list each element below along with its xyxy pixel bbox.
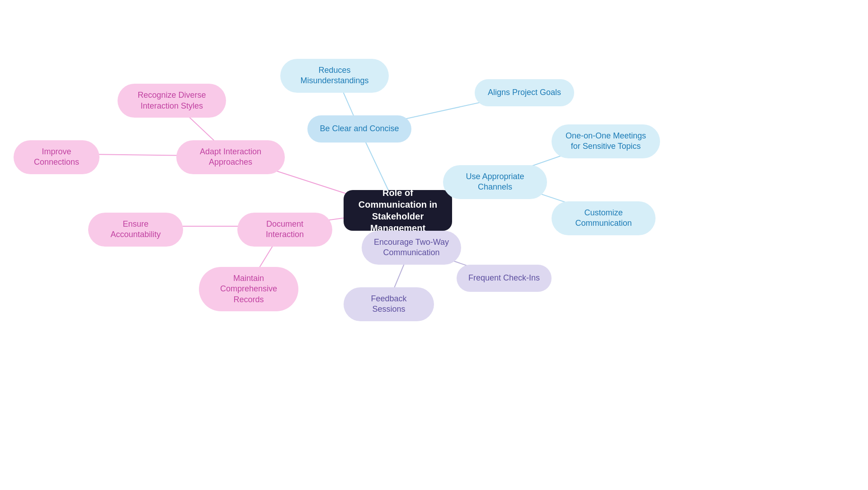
maintain-records-node[interactable]: Maintain Comprehensive Records	[199, 267, 298, 311]
use-appropriate-channels-node[interactable]: Use Appropriate Channels	[443, 165, 547, 199]
be-clear-concise-node[interactable]: Be Clear and Concise	[307, 115, 411, 143]
ensure-accountability-node[interactable]: Ensure Accountability	[88, 213, 183, 247]
improve-connections-node[interactable]: Improve Connections	[14, 140, 99, 174]
one-on-one-meetings-node[interactable]: One-on-One Meetings for Sensitive Topics	[552, 124, 660, 158]
customize-communication-node[interactable]: Customize Communication	[552, 201, 656, 235]
mindmap-container: Role of Communication in Stakeholder Man…	[0, 0, 868, 490]
reduces-misunderstandings-node[interactable]: Reduces Misunderstandings	[280, 59, 389, 93]
center-node[interactable]: Role of Communication in Stakeholder Man…	[344, 190, 452, 231]
feedback-sessions-node[interactable]: Feedback Sessions	[344, 287, 434, 321]
adapt-interaction-node[interactable]: Adapt Interaction Approaches	[176, 140, 285, 174]
recognize-diverse-node[interactable]: Recognize Diverse Interaction Styles	[118, 84, 226, 118]
encourage-two-way-node[interactable]: Encourage Two-Way Communication	[362, 231, 461, 265]
aligns-project-goals-node[interactable]: Aligns Project Goals	[475, 79, 574, 106]
frequent-checkins-node[interactable]: Frequent Check-Ins	[457, 265, 552, 292]
document-interaction-node[interactable]: Document Interaction	[237, 213, 332, 247]
